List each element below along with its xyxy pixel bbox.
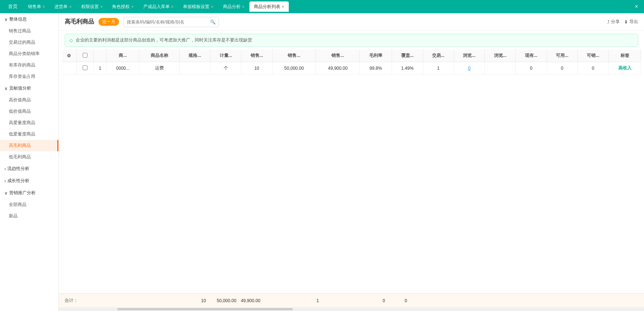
chevron-down-icon-2: ∨ xyxy=(4,86,8,91)
col-sellable[interactable]: 可销... xyxy=(578,50,608,62)
search-input[interactable] xyxy=(127,19,209,25)
nav-tab-commodity-analysis-list[interactable]: 商品分析列表 × xyxy=(249,1,288,12)
col-sales-cost[interactable]: 销售... xyxy=(316,50,360,62)
sidebar-item-low-margin-goods[interactable]: 低毛利商品 xyxy=(0,151,58,163)
sidebar-item-sales-goods[interactable]: 销售过商品 xyxy=(0,25,58,37)
share-icon: ⤴ xyxy=(607,19,609,25)
summary-current: 0 xyxy=(373,298,395,303)
summary-available: 0 xyxy=(395,298,417,303)
summary-sales-cost: 49,900.00 xyxy=(238,298,262,303)
nav-tab-sales[interactable]: 销售单 × xyxy=(24,1,49,12)
col-coverage[interactable]: 覆盖... xyxy=(392,50,423,62)
close-sales-tab[interactable]: × xyxy=(43,4,45,9)
row-spec xyxy=(179,62,210,75)
col-spec[interactable]: 规格... xyxy=(179,50,210,62)
nav-tab-home[interactable]: 首页 xyxy=(3,1,23,12)
sidebar-group-trend-analysis[interactable]: › 流趋性分析 xyxy=(0,163,58,175)
row-margin-rate: 99.8% xyxy=(360,62,392,75)
export-button[interactable]: ⬇ 导出 xyxy=(624,19,638,25)
info-bar: ◇ 企业的主要的利润都是这部分商品创造的，可考虑加大推广，同时关注库存是不要出现… xyxy=(65,34,638,47)
sidebar-item-high-price-goods[interactable]: 高价值商品 xyxy=(0,94,58,106)
nav-tab-commodity-analysis[interactable]: 商品分析 × xyxy=(219,1,249,12)
close-all-button[interactable]: × xyxy=(632,3,641,10)
col-sales-amount[interactable]: 销售... xyxy=(272,50,316,62)
sidebar-item-low-freq-goods[interactable]: 低爱量度商品 xyxy=(0,129,58,140)
nav-tab-role-permission[interactable]: 角色授权 × xyxy=(108,1,138,12)
row-current: 0 xyxy=(516,62,547,75)
bottom-scrollbar[interactable] xyxy=(59,307,644,311)
sidebar-item-in-stock-goods[interactable]: 有库存的商品 xyxy=(0,59,58,71)
row-browse1[interactable]: 0 xyxy=(454,62,485,75)
nav-tab-permission-settings[interactable]: 权限设置 × xyxy=(77,1,107,12)
close-template-settings-tab[interactable]: × xyxy=(211,4,213,9)
col-available[interactable]: 可用... xyxy=(547,50,578,62)
row-checkbox[interactable] xyxy=(76,62,94,75)
sidebar-item-inventory-capital[interactable]: 库存资金占用 xyxy=(0,71,58,82)
col-name[interactable]: 商品名称 xyxy=(139,50,179,62)
footer-summary: 合计： 10 50,000.00 49,900.00 1 0 0 xyxy=(59,293,644,307)
sidebar-group-overall-info[interactable]: ∨ 整体信息 xyxy=(0,13,58,25)
nav-tab-product-entry[interactable]: 产成品入库单 × xyxy=(139,1,178,12)
search-box[interactable]: 🔍 xyxy=(123,17,219,27)
scrollbar-thumb[interactable] xyxy=(117,308,293,310)
close-role-permission-tab[interactable]: × xyxy=(131,4,133,9)
col-transaction[interactable]: 交易... xyxy=(423,50,454,62)
close-permission-settings-tab[interactable]: × xyxy=(100,4,102,9)
sidebar-group-marketing-analysis[interactable]: ∨ 营销推广分析 xyxy=(0,187,58,199)
col-sales-qty[interactable]: 销售... xyxy=(241,50,272,62)
chevron-right-icon-2: › xyxy=(4,178,6,184)
close-commodity-analysis-list-tab[interactable]: × xyxy=(282,4,284,9)
sidebar-item-new-goods[interactable]: 新品 xyxy=(0,210,58,222)
col-code[interactable]: 商... xyxy=(107,50,139,62)
col-tag[interactable]: 标签 xyxy=(609,50,641,62)
sidebar-item-goods-analysis-rate[interactable]: 商品分类助销率 xyxy=(0,48,58,59)
data-table: ⚙ 商... 商品名称 规格... 计量... 销售... 销售... 销售..… xyxy=(62,50,641,75)
col-unit[interactable]: 计量... xyxy=(211,50,241,62)
chevron-down-icon: ∨ xyxy=(4,17,8,22)
sidebar-item-all-goods[interactable]: 全部商品 xyxy=(0,199,58,210)
row-sales-cost: 49,900.00 xyxy=(316,62,360,75)
row-sales-qty: 10 xyxy=(241,62,272,75)
nav-tab-template-settings[interactable]: 单据模板设置 × xyxy=(179,1,217,12)
sidebar-item-low-price-goods[interactable]: 低价值商品 xyxy=(0,106,58,117)
close-product-entry-tab[interactable]: × xyxy=(171,4,173,9)
share-button[interactable]: ⤴ 分享 xyxy=(607,19,620,25)
search-icon[interactable]: 🔍 xyxy=(210,19,216,25)
summary-transaction: 1 xyxy=(307,298,329,303)
header-actions: ⤴ 分享 ⬇ 导出 xyxy=(607,19,638,25)
summary-sales-qty: 10 xyxy=(193,298,215,303)
info-icon: ◇ xyxy=(69,38,73,43)
filter-period-button[interactable]: 近一月 xyxy=(98,18,119,26)
main-layout: 《 ∨ 整体信息 销售过商品 交易过的商品 商品分类助销率 有库存的商品 库存资… xyxy=(0,13,644,311)
sidebar-collapse-button[interactable]: 《 xyxy=(58,155,59,170)
sidebar-item-high-freq-goods[interactable]: 高爱量度商品 xyxy=(0,117,58,129)
close-commodity-analysis-tab[interactable]: × xyxy=(242,4,244,9)
row-tag: 高收入 xyxy=(609,62,641,75)
nav-tab-purchase[interactable]: 进货单 × xyxy=(50,1,76,12)
row-coverage: 1.49% xyxy=(392,62,423,75)
content-header: 高毛利商品 近一月 🔍 ⤴ 分享 ⬇ 导出 xyxy=(59,13,644,31)
select-all-checkbox[interactable] xyxy=(83,53,87,58)
col-margin-rate[interactable]: 毛利率 xyxy=(360,50,392,62)
sidebar-item-high-margin-goods[interactable]: 高毛利商品 xyxy=(0,140,58,151)
close-purchase-tab[interactable]: × xyxy=(69,4,71,9)
col-checkbox[interactable] xyxy=(76,50,94,62)
row-code: 0000... xyxy=(107,62,139,75)
top-nav: 首页 销售单 × 进货单 × 权限设置 × 角色授权 × 产成品入库单 × 单据… xyxy=(0,0,644,13)
sidebar-group-growth-analysis[interactable]: › 成长性分析 xyxy=(0,175,58,187)
col-browse1[interactable]: 浏览... xyxy=(454,50,485,62)
col-current[interactable]: 现有... xyxy=(516,50,547,62)
table-wrapper[interactable]: ⚙ 商... 商品名称 规格... 计量... 销售... 销售... 销售..… xyxy=(62,50,641,293)
chevron-right-icon: › xyxy=(4,166,6,171)
row-select-checkbox[interactable] xyxy=(83,65,87,70)
col-gear[interactable]: ⚙ xyxy=(62,50,76,62)
row-unit: 个 xyxy=(211,62,241,75)
col-browse2[interactable]: 浏览... xyxy=(485,50,516,62)
row-gear xyxy=(62,62,76,75)
sidebar-group-financial-analysis[interactable]: ∨ 贡献值分析 xyxy=(0,82,58,94)
chevron-down-icon-3: ∨ xyxy=(4,191,8,196)
gear-icon[interactable]: ⚙ xyxy=(67,53,71,58)
sidebar-item-traded-goods[interactable]: 交易过的商品 xyxy=(0,37,58,48)
row-transaction: 1 xyxy=(423,62,454,75)
summary-label: 合计： xyxy=(65,297,78,304)
